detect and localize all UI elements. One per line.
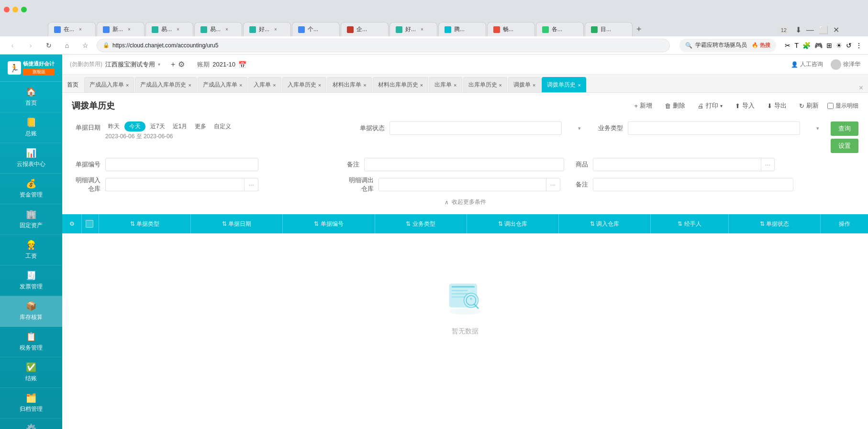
- page-tab-out-history-close[interactable]: ×: [499, 82, 502, 88]
- date-btn-yesterday[interactable]: 昨天: [105, 121, 122, 132]
- sidebar-item-ledger[interactable]: 📒 总账: [0, 112, 62, 143]
- back-btn[interactable]: ‹: [6, 39, 19, 52]
- tab-close-3[interactable]: ×: [177, 27, 179, 32]
- browser-tab-6[interactable]: 个...: [292, 22, 340, 36]
- page-tab-transfer-history-close[interactable]: ×: [578, 82, 580, 88]
- address-bar[interactable]: 🔒 https://cloud.chanjet.com/accounting/u…: [97, 39, 670, 52]
- page-tab-in-history[interactable]: 入库单历史 ×: [282, 77, 326, 92]
- sidebar-item-assets[interactable]: 🏢 固定资产: [0, 204, 62, 235]
- game-icon[interactable]: 🎮: [814, 42, 823, 49]
- export-btn[interactable]: ⬇ 导出: [763, 99, 790, 112]
- page-tab-in-history-close[interactable]: ×: [318, 82, 321, 88]
- date-btn-custom[interactable]: 自定义: [211, 121, 234, 132]
- tab-close-4[interactable]: ×: [225, 27, 228, 32]
- page-tab-mat-out-history[interactable]: 材料出库单历史 ×: [373, 77, 428, 92]
- tab-close-2[interactable]: ×: [128, 27, 131, 32]
- add-company-btn[interactable]: +: [171, 60, 175, 69]
- company-settings-btn[interactable]: ⚙: [178, 60, 185, 69]
- tab-close-5[interactable]: ×: [274, 27, 277, 32]
- page-tab-mat-out[interactable]: 材料出库单 ×: [327, 77, 371, 92]
- sidebar-item-settlement[interactable]: ✅ 结账: [0, 357, 62, 388]
- sidebar-item-reports[interactable]: 📊 云报表中心: [0, 143, 62, 174]
- date-btn-more[interactable]: 更多: [192, 121, 209, 132]
- minimize-btn[interactable]: [12, 7, 18, 12]
- browser-tab-7[interactable]: 企...: [341, 22, 389, 36]
- page-tab-transfer-close[interactable]: ×: [533, 82, 535, 88]
- detail-in-input[interactable]: [106, 178, 244, 191]
- detail-in-dots-btn[interactable]: ···: [244, 178, 258, 191]
- page-tab-transfer[interactable]: 调拨单 ×: [508, 77, 541, 92]
- th-handler[interactable]: ⇅ 经手人: [651, 214, 729, 233]
- browser-tab-10[interactable]: 畅...: [487, 22, 535, 36]
- browser-tab-8[interactable]: 好... ×: [389, 22, 437, 36]
- print-btn[interactable]: 🖨 打印 ▾: [694, 99, 726, 112]
- reload-btn[interactable]: ↻: [42, 39, 56, 52]
- extension-icon[interactable]: 🧩: [802, 42, 811, 49]
- grid-icon[interactable]: ⊞: [826, 42, 832, 49]
- close-btn[interactable]: [4, 7, 10, 12]
- browser-tab-4[interactable]: 易... ×: [194, 22, 242, 36]
- collapse-more-btn[interactable]: ∧ 收起更多条件: [72, 195, 858, 209]
- th-in-warehouse[interactable]: ⇅ 调入仓库: [558, 214, 650, 233]
- import-btn[interactable]: ⬆ 导入: [731, 99, 758, 112]
- date-btn-1month[interactable]: 近1月: [170, 121, 190, 132]
- select-all-checkbox[interactable]: [86, 220, 93, 228]
- tab-close-8[interactable]: ×: [421, 27, 423, 32]
- page-tab-product-in2-close[interactable]: ×: [239, 82, 242, 88]
- user-btn[interactable]: 徐泽华: [831, 59, 860, 70]
- filter-settings-btn[interactable]: 设置: [831, 139, 858, 153]
- browser-tab-3[interactable]: 易... ×: [145, 22, 193, 36]
- th-out-warehouse[interactable]: ⇅ 调出仓库: [467, 214, 558, 233]
- page-tab-transfer-history[interactable]: 调拨单历史 ×: [542, 77, 586, 92]
- bookmark-btn[interactable]: ☆: [78, 39, 92, 52]
- close-window-btn[interactable]: ✕: [833, 25, 839, 34]
- undo-icon[interactable]: ↺: [846, 42, 852, 49]
- detail-out-input[interactable]: [379, 178, 546, 191]
- page-tab-in-order[interactable]: 入库单 ×: [248, 77, 281, 92]
- browser-tab-12[interactable]: 目...: [585, 22, 633, 36]
- biz-type-select[interactable]: [628, 121, 800, 135]
- sidebar-item-finance[interactable]: 💰 资金管理: [0, 174, 62, 204]
- sidebar-item-tax[interactable]: 📋 税务管理: [0, 327, 62, 357]
- browser-tab-11[interactable]: 各...: [536, 22, 584, 36]
- minimize-window-btn[interactable]: —: [806, 26, 814, 34]
- browser-tab-1[interactable]: 在... ×: [48, 22, 96, 36]
- company-selector[interactable]: (勿删勿禁用) 江西服宝测试专用 ▾: [70, 60, 160, 69]
- browser-tab-9[interactable]: 腾...: [438, 22, 486, 36]
- tab-close-1[interactable]: ×: [79, 27, 82, 32]
- goods-input[interactable]: [593, 158, 760, 171]
- page-tab-product-in2[interactable]: 产成品入库单 ×: [198, 77, 247, 92]
- remark2-input[interactable]: [593, 178, 793, 191]
- page-tab-product-in-history[interactable]: 产成品入库单历史 ×: [135, 77, 196, 92]
- remark-input[interactable]: [364, 158, 565, 171]
- sidebar-item-inventory[interactable]: 📦 库存核算: [0, 296, 62, 327]
- status-select[interactable]: [389, 121, 562, 135]
- th-date[interactable]: ⇅ 单据日期: [191, 214, 283, 233]
- page-tab-product-in-history-close[interactable]: ×: [188, 82, 191, 88]
- detail-out-dots-btn[interactable]: ···: [546, 178, 560, 191]
- page-tab-out-history[interactable]: 出库单历史 ×: [463, 77, 507, 92]
- show-cols-btn[interactable]: 显示明细: [827, 102, 858, 110]
- th-number[interactable]: ⇅ 单据编号: [283, 214, 375, 233]
- new-btn[interactable]: + 新增: [630, 99, 656, 112]
- sidebar-item-wages[interactable]: 👷 工资: [0, 235, 62, 265]
- refresh-btn[interactable]: ↻ 刷新: [795, 99, 823, 112]
- close-all-tabs-btn[interactable]: ×: [859, 84, 868, 92]
- brightness-icon[interactable]: ☀: [836, 42, 842, 49]
- delete-btn[interactable]: 🗑 删除: [661, 99, 689, 112]
- search-bar[interactable]: 🔍 学霸应聘市场驱鸟员 🔥 热搜: [679, 39, 776, 52]
- downloads-icon[interactable]: ⬇: [795, 25, 801, 34]
- scissors-icon[interactable]: ✂: [785, 42, 790, 49]
- new-tab-btn[interactable]: +: [636, 22, 642, 36]
- sidebar-item-home[interactable]: 🏠 首页: [0, 82, 62, 112]
- forward-btn[interactable]: ›: [24, 39, 37, 52]
- page-tab-out-order-close[interactable]: ×: [454, 82, 456, 88]
- page-tab-mat-out-close[interactable]: ×: [363, 82, 366, 88]
- translate-icon[interactable]: T: [794, 42, 799, 49]
- maximize-btn[interactable]: [21, 7, 27, 12]
- sidebar-item-archive[interactable]: 🗂️ 归档管理: [0, 388, 62, 418]
- table-gear-btn[interactable]: ⚙: [66, 218, 78, 230]
- browser-tab-5[interactable]: 好... ×: [243, 22, 291, 36]
- page-tab-product-in-close[interactable]: ×: [126, 82, 129, 88]
- th-type[interactable]: ⇅ 单据类型: [99, 214, 191, 233]
